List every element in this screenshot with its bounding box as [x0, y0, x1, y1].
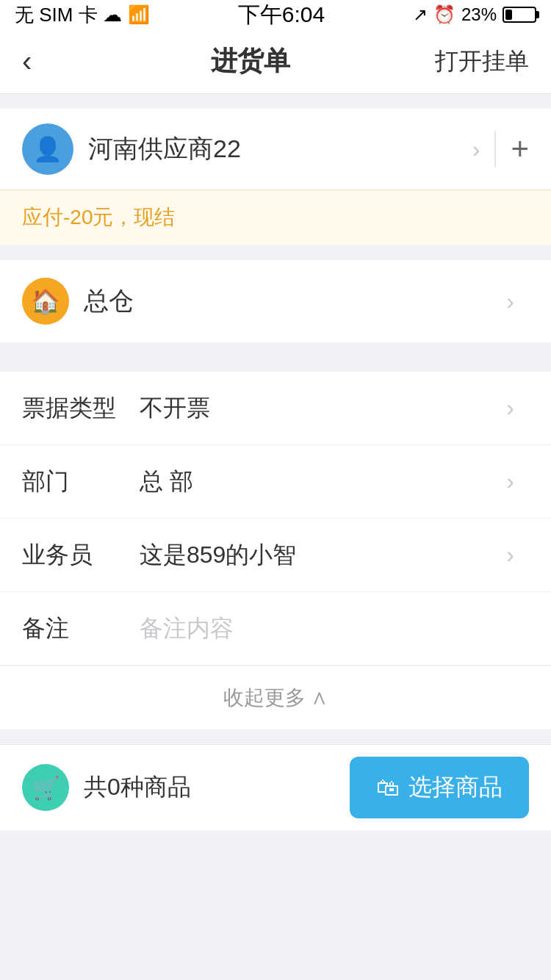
status-right: ↗ ⏰ 23%: [413, 4, 536, 25]
supplier-chevron-icon: ›: [472, 136, 480, 163]
form-row-remarks[interactable]: 备注 备注内容: [0, 592, 551, 666]
warehouse-icon-wrap: 🏠: [22, 278, 69, 325]
section-divider-1: [0, 94, 551, 109]
ticket-type-label: 票据类型: [22, 392, 140, 425]
location-icon: ↗: [413, 4, 428, 25]
wifi-icon: 📶: [128, 4, 150, 25]
avatar-icon: 👤: [33, 135, 62, 163]
section-divider-2: [0, 245, 551, 259]
salesperson-value: 这是859的小智: [140, 539, 506, 572]
supplier-divider: [494, 131, 496, 167]
supplier-avatar: 👤: [22, 123, 73, 175]
select-product-button[interactable]: 🛍 选择商品: [350, 757, 529, 818]
form-section: 票据类型 不开票 › 部门 总 部 › 业务员 这是859的小智 › 备注 备注…: [0, 372, 551, 729]
warehouse-name: 总仓: [84, 284, 506, 318]
ticket-type-chevron-icon: ›: [506, 394, 514, 422]
nav-bar: ‹ 进货单 打开挂单: [0, 29, 551, 94]
select-product-icon: 🛍: [376, 774, 400, 801]
warehouse-row[interactable]: 🏠 总仓 ›: [0, 259, 551, 342]
warehouse-section: 🏠 总仓 ›: [0, 259, 551, 342]
section-divider-4: [0, 729, 551, 744]
product-icon-wrap: 🛒: [22, 764, 69, 811]
product-bar: 🛒 共0种商品 🛍 选择商品: [0, 744, 551, 830]
department-value: 总 部: [140, 466, 506, 498]
collapse-label: 收起更多 ∧: [223, 684, 328, 712]
supplier-row[interactable]: 👤 河南供应商22 › +: [0, 109, 551, 190]
product-count: 共0种商品: [84, 771, 350, 804]
status-bar: 无 SIM 卡 ☁ 📶 下午6:04 ↗ ⏰ 23%: [0, 0, 551, 29]
warehouse-chevron-icon: ›: [506, 288, 514, 315]
form-row-salesperson[interactable]: 业务员 这是859的小智 ›: [0, 519, 551, 592]
status-time: 下午6:04: [238, 0, 325, 30]
form-row-ticket[interactable]: 票据类型 不开票 ›: [0, 372, 551, 445]
alarm-icon: ⏰: [433, 4, 455, 25]
supplier-name: 河南供应商22: [88, 132, 472, 166]
select-product-label: 选择商品: [408, 771, 503, 804]
section-divider-3: [0, 342, 551, 357]
page-title: 进货单: [211, 43, 290, 79]
battery-icon: [503, 7, 536, 23]
product-icon: 🛒: [32, 775, 60, 801]
remarks-input[interactable]: 备注内容: [140, 613, 529, 645]
back-button[interactable]: ‹: [22, 45, 66, 78]
add-button[interactable]: +: [511, 131, 529, 167]
open-pending-button[interactable]: 打开挂单: [435, 46, 529, 78]
sim-label: 无 SIM 卡 ☁: [15, 2, 122, 28]
supplier-section: 👤 河南供应商22 › + 应付-20元，现结: [0, 109, 551, 245]
department-label: 部门: [22, 466, 140, 498]
status-left: 无 SIM 卡 ☁ 📶: [15, 2, 150, 28]
battery-percent: 23%: [461, 4, 497, 25]
remarks-label: 备注: [22, 613, 140, 645]
ticket-type-value: 不开票: [140, 392, 506, 425]
collapse-button[interactable]: 收起更多 ∧: [0, 666, 551, 729]
form-row-department[interactable]: 部门 总 部 ›: [0, 445, 551, 519]
salesperson-chevron-icon: ›: [506, 541, 514, 569]
warehouse-icon: 🏠: [31, 287, 60, 315]
salesperson-label: 业务员: [22, 539, 140, 572]
department-chevron-icon: ›: [506, 468, 514, 495]
notice-banner: 应付-20元，现结: [0, 190, 551, 245]
